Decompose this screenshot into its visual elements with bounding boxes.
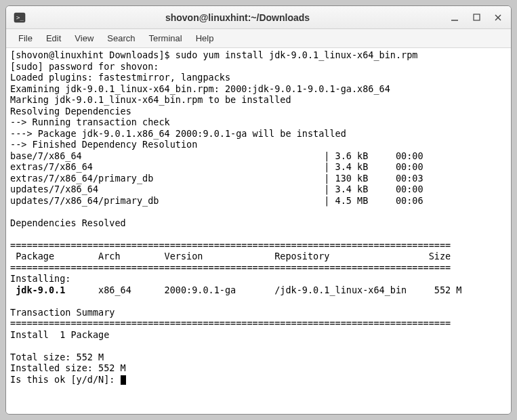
menu-file[interactable]: File <box>12 30 39 46</box>
output-line: extras/7/x86_64 | 3.4 kB 00:00 <box>10 161 423 172</box>
terminal-content[interactable]: [shovon@linuxhint Downloads]$ sudo yum i… <box>6 48 511 414</box>
output-line: Loaded plugins: fastestmirror, langpacks <box>10 72 230 83</box>
menu-terminal[interactable]: Terminal <box>142 30 189 46</box>
app-icon: >_ <box>13 11 26 24</box>
output-line: --> Finished Dependency Resolution <box>10 139 197 150</box>
command-text: sudo yum install jdk-9.0.1_linux-x64_bin… <box>175 49 418 60</box>
output-line: --> Running transaction check <box>10 117 170 127</box>
output-line: Transaction Summary <box>10 307 115 318</box>
titlebar[interactable]: >_ shovon@linuxhint:~/Downloads <box>6 6 511 29</box>
cursor <box>121 375 126 385</box>
maximize-button[interactable] <box>470 12 482 24</box>
output-line: Installed size: 552 M <box>10 362 126 373</box>
output-line: ---> Package jdk-9.0.1.x86_64 2000:9.0.1… <box>10 128 346 139</box>
menu-edit[interactable]: Edit <box>39 30 68 46</box>
menubar: File Edit View Search Terminal Help <box>6 29 511 48</box>
divider-line: ========================================… <box>10 318 451 329</box>
package-details: x86_64 2000:9.0.1-ga /jdk-9.0.1_linux-x6… <box>65 285 461 295</box>
output-line: Total size: 552 M <box>10 352 104 362</box>
svg-rect-3 <box>474 14 480 20</box>
table-header: Package Arch Version Repository Size <box>10 251 451 261</box>
minimize-button[interactable] <box>449 12 461 24</box>
output-line: Install 1 Package <box>10 329 109 340</box>
divider-line: ========================================… <box>10 240 451 251</box>
package-name: jdk-9.0.1 <box>10 285 65 295</box>
terminal-window: >_ shovon@linuxhint:~/Downloads File Edi… <box>5 5 512 415</box>
output-line: extras/7/x86_64/primary_db | 130 kB 00:0… <box>10 173 423 184</box>
input-prompt: Is this ok [y/d/N]: <box>10 374 121 385</box>
close-button[interactable] <box>492 12 504 24</box>
output-line: Dependencies Resolved <box>10 217 126 228</box>
output-line: Installing: <box>10 273 70 284</box>
output-line: updates/7/x86_64 | 3.4 kB 00:00 <box>10 184 423 194</box>
output-line: [sudo] password for shovon: <box>10 61 159 72</box>
output-line: Examining jdk-9.0.1_linux-x64_bin.rpm: 2… <box>10 83 390 94</box>
divider-line: ========================================… <box>10 262 451 273</box>
svg-text:>_: >_ <box>16 14 24 21</box>
menu-help[interactable]: Help <box>189 30 221 46</box>
output-line: updates/7/x86_64/primary_db | 4.5 MB 00:… <box>10 195 423 206</box>
shell-prompt: [shovon@linuxhint Downloads]$ <box>10 49 175 60</box>
menu-search[interactable]: Search <box>100 30 142 46</box>
output-line: Marking jdk-9.0.1_linux-x64_bin.rpm to b… <box>10 94 291 105</box>
menu-view[interactable]: View <box>68 30 100 46</box>
window-title: shovon@linuxhint:~/Downloads <box>26 12 449 23</box>
output-line: base/7/x86_64 | 3.6 kB 00:00 <box>10 150 423 161</box>
window-controls <box>449 12 504 24</box>
output-line: Resolving Dependencies <box>10 106 131 117</box>
